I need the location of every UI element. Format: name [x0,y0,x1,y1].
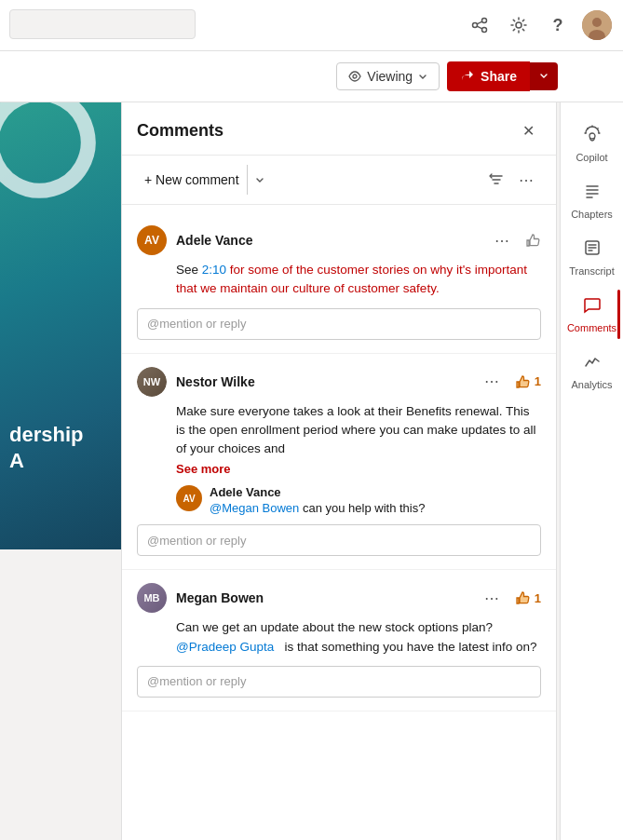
sidebar-item-transcript[interactable]: Transcript [564,229,620,286]
viewing-button[interactable]: Viewing [336,62,440,90]
reply-placeholder: @mention or reply [147,534,246,548]
avatar: AV [137,225,167,255]
comment-author: Megan Bowen [176,590,469,605]
comment-item: NW Nestor Wilke ⋯ 1 Make sure everyone t… [122,354,556,571]
comment-like-button[interactable]: 1 [514,373,541,390]
active-indicator [617,290,620,339]
more-options-button[interactable]: ⋯ [511,165,541,195]
new-comment-label: + New comment [144,172,239,187]
comment-more-button[interactable]: ⋯ [489,227,515,253]
comment-header: NW Nestor Wilke ⋯ 1 [137,367,541,397]
reply-input-1[interactable]: @mention or reply [137,308,541,340]
decorative-shape [0,102,116,219]
copilot-icon [582,123,603,148]
reply-input-2[interactable]: @mention or reply [137,524,541,556]
comments-icon [583,295,602,318]
comment-item: MB Megan Bowen ⋯ 1 Can we get an update … [122,570,556,711]
help-icon[interactable]: ? [543,10,573,40]
analytics-icon [583,352,602,375]
close-button[interactable]: ✕ [515,117,541,143]
reply-author: Adele Vance [210,485,425,499]
svg-point-7 [592,18,602,27]
sort-button[interactable] [481,165,511,195]
comment-author: Adele Vance [176,233,480,248]
reply-area: @mention or reply [137,666,541,698]
new-comment-button[interactable]: + New comment [137,167,247,193]
sidebar-item-copilot[interactable]: Copilot [564,114,620,172]
viewing-label: Viewing [367,69,413,84]
sidebar-label-chapters: Chapters [571,209,613,220]
comment-like-button[interactable]: 1 [514,589,541,606]
comment-header: MB Megan Bowen ⋯ 1 [137,583,541,613]
sidebar-label-transcript: Transcript [569,265,615,277]
comments-panel: Comments ✕ + New comment ⋯ AV Adele Vanc… [121,102,557,840]
timestamp-link[interactable]: 2:10 [202,263,226,277]
mention: @Megan Bowen [210,501,299,515]
like-count: 1 [535,591,541,605]
reply-text: @Megan Bowen can you help with this? [210,501,425,515]
see-more-button[interactable]: See more [176,462,541,476]
top-bar: ? [0,0,623,51]
reply-item: AV Adele Vance @Megan Bowen can you help… [176,485,541,515]
share-button-group: Share [447,61,558,91]
avatar: MB [137,583,167,613]
comment-text: See 2:10 for some of the customer storie… [176,261,541,299]
svg-point-5 [516,22,521,28]
share-label: Share [481,69,517,84]
reply-avatar: AV [176,485,202,511]
comment-text: Make sure everyone takes a look at their… [176,402,541,459]
comment-header: AV Adele Vance ⋯ [137,225,541,255]
search-box[interactable] [9,9,196,39]
comment-author: Nestor Wilke [176,374,469,389]
sidebar-label-analytics: Analytics [571,379,612,390]
reply-placeholder: @mention or reply [147,317,246,331]
reply-area: @mention or reply [137,524,541,556]
reply-area: @mention or reply [137,308,541,340]
comment-more-button[interactable]: ⋯ [479,585,505,611]
comment-more-button[interactable]: ⋯ [479,369,505,395]
comments-header: Comments ✕ [122,102,556,156]
comment-text: Can we get an update about the new stock… [176,618,541,657]
user-avatar[interactable] [582,10,612,40]
comment-item: AV Adele Vance ⋯ See 2:10 for some of th… [122,212,556,354]
sidebar-label-comments: Comments [567,322,616,333]
svg-point-0 [473,23,478,28]
left-panel: dership A [0,102,121,549]
action-bar: Viewing Share [0,51,623,102]
reply-content: Adele Vance @Megan Bowen can you help wi… [210,485,425,515]
mention: @Pradeep Gupta [176,640,274,654]
share-button[interactable]: Share [447,61,530,91]
svg-point-1 [482,19,487,23]
svg-line-4 [477,26,482,29]
connections-icon[interactable] [465,10,494,40]
left-panel-text: dership A [9,422,83,475]
new-comment-caret[interactable] [247,165,273,195]
reply-placeholder: @mention or reply [147,674,246,688]
right-sidebar: Copilot Chapters Transcript [560,102,623,840]
share-caret-button[interactable] [530,62,558,90]
svg-point-2 [482,28,487,33]
settings-icon[interactable] [504,10,534,40]
svg-point-9 [353,75,357,78]
like-count: 1 [535,374,541,388]
sidebar-item-comments[interactable]: Comments [564,286,620,343]
comments-title: Comments [137,121,223,141]
avatar: NW [137,367,167,397]
comments-toolbar: + New comment ⋯ [122,156,556,205]
sidebar-item-analytics[interactable]: Analytics [564,343,620,400]
comments-list: AV Adele Vance ⋯ See 2:10 for some of th… [122,205,556,840]
sidebar-label-copilot: Copilot [576,152,607,163]
svg-line-3 [477,21,482,24]
transcript-icon [583,238,602,262]
sidebar-item-chapters[interactable]: Chapters [564,172,620,229]
comment-like-button[interactable] [524,232,541,249]
reply-input-3[interactable]: @mention or reply [137,666,541,698]
chapters-icon [583,182,602,205]
